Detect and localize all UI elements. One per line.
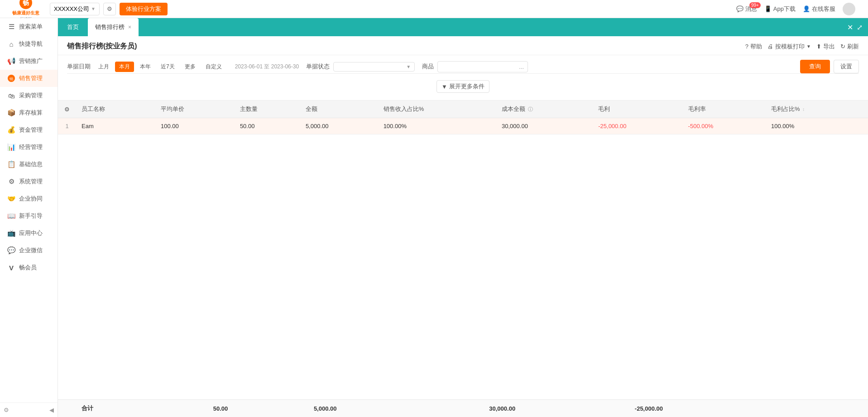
col-gross-ratio: 毛利占比% ↕ bbox=[766, 101, 868, 118]
service-icon: 👤 bbox=[803, 5, 810, 12]
sidebar-item-inventory[interactable]: 📦 库存核算 bbox=[0, 104, 58, 121]
sidebar-item-operations[interactable]: 📊 经营管理 bbox=[0, 139, 58, 156]
query-button[interactable]: 查询 bbox=[800, 60, 830, 73]
company-dropdown-icon: ▼ bbox=[91, 6, 96, 11]
tab-bar: 首页 销售排行榜 × ✕ ⤢ bbox=[58, 18, 868, 36]
date-tab-last-month[interactable]: 上月 bbox=[94, 62, 113, 72]
tab-home[interactable]: 首页 bbox=[58, 18, 88, 36]
window-close-button[interactable]: ✕ bbox=[847, 23, 853, 32]
col-sales-ratio: 销售收入占比% bbox=[378, 101, 496, 118]
sidebar-item-label: 资金管理 bbox=[19, 126, 43, 134]
app-download-label: App下载 bbox=[773, 5, 796, 13]
purchase-icon: 🛍 bbox=[7, 91, 15, 100]
expand-more-button[interactable]: ▼ 展开更多条件 bbox=[436, 80, 489, 93]
goods-label: 商品 bbox=[422, 62, 434, 71]
sidebar-item-purchase[interactable]: 🛍 采购管理 bbox=[0, 87, 58, 104]
footer-row: 合计 50.00 5,000.00 30,000.00 -25,000.00 bbox=[58, 400, 868, 417]
gross-ratio-sort-icon[interactable]: ↕ bbox=[802, 107, 805, 112]
sidebar-item-basic-info[interactable]: 📋 基础信息 bbox=[0, 156, 58, 173]
row-gross-ratio: 100.00% bbox=[766, 118, 868, 134]
wechat-icon: 💬 bbox=[7, 246, 15, 254]
sidebar-item-search[interactable]: ☰ 搜索菜单 bbox=[0, 18, 58, 35]
col-avg-price: 平均单价 bbox=[155, 101, 235, 118]
status-filter: 单据状态 ▼ bbox=[306, 62, 415, 72]
sidebar-item-finance[interactable]: 💰 资金管理 bbox=[0, 121, 58, 139]
row-gross-rate: -500.00% bbox=[683, 118, 766, 134]
sidebar-item-cooperation[interactable]: 🤝 企业协同 bbox=[0, 190, 58, 207]
footer-total: 5,000.00 bbox=[308, 400, 441, 417]
sidebar-item-label: 经营管理 bbox=[19, 143, 43, 151]
col-gross-rate: 毛利率 bbox=[683, 101, 766, 118]
sales-rank-table: ⚙ 员工名称 平均单价 主数量 全额 销售收入占比% 成本全额 ⓘ bbox=[58, 101, 868, 134]
date-tab-more[interactable]: 更多 bbox=[181, 62, 200, 72]
tab-close-icon[interactable]: × bbox=[128, 24, 131, 30]
help-button[interactable]: ? 帮助 bbox=[745, 43, 762, 51]
online-service-button[interactable]: 👤 在线客服 bbox=[803, 5, 835, 13]
settings-button[interactable]: ⚙ bbox=[103, 3, 116, 15]
print-dropdown-icon: ▼ bbox=[806, 44, 811, 49]
refresh-button[interactable]: ↻ 刷新 bbox=[840, 43, 859, 51]
finance-icon: 💰 bbox=[7, 126, 15, 134]
print-icon: 🖨 bbox=[767, 43, 773, 50]
sidebar-item-app-center[interactable]: 📺 应用中心 bbox=[0, 225, 58, 242]
export-button[interactable]: ⬆ 导出 bbox=[816, 43, 835, 51]
col-settings: ⚙ bbox=[58, 101, 76, 118]
sales-icon: 销 bbox=[7, 74, 15, 82]
col-cost: 成本全额 ⓘ bbox=[496, 101, 593, 118]
sidebar-item-member[interactable]: V 畅会员 bbox=[0, 259, 58, 276]
guide-icon: 📖 bbox=[7, 212, 15, 220]
online-service-label: 在线客服 bbox=[812, 5, 835, 13]
sidebar-item-label: 销售管理 bbox=[19, 74, 43, 82]
filter-settings-button[interactable]: 设置 bbox=[834, 60, 859, 73]
window-maximize-button[interactable]: ⤢ bbox=[857, 23, 863, 32]
date-label: 单据日期 bbox=[67, 62, 91, 71]
sidebar-item-guide[interactable]: 📖 新手引导 bbox=[0, 207, 58, 225]
sidebar-item-label: 应用中心 bbox=[19, 229, 43, 237]
status-select[interactable]: ▼ bbox=[333, 62, 415, 72]
sidebar-footer: ⚙ ◀ bbox=[0, 403, 58, 417]
sidebar-item-sales[interactable]: 销 销售管理 bbox=[0, 70, 58, 87]
sidebar-settings-icon[interactable]: ⚙ bbox=[4, 407, 9, 413]
footer-gross: -25,000.00 bbox=[629, 400, 783, 417]
sidebar-item-wechat[interactable]: 💬 企业微信 bbox=[0, 242, 58, 259]
col-gross: 毛利 bbox=[593, 101, 682, 118]
col-main-qty: 主数量 bbox=[235, 101, 300, 118]
sidebar-item-system[interactable]: ⚙ 系统管理 bbox=[0, 173, 58, 190]
operations-icon: 📊 bbox=[7, 143, 15, 151]
goods-select[interactable]: ... bbox=[437, 61, 528, 72]
trial-button[interactable]: 体验行业方案 bbox=[120, 3, 168, 15]
date-tabs: 上月 本月 本年 近7天 更多 自定义 bbox=[94, 62, 226, 72]
table-settings-icon[interactable]: ⚙ bbox=[64, 106, 70, 113]
status-label: 单据状态 bbox=[306, 62, 330, 71]
tab-sales-rank[interactable]: 销售排行榜 × bbox=[88, 18, 139, 36]
sidebar-item-label: 快捷导航 bbox=[19, 40, 43, 48]
row-employee-name: Eam bbox=[76, 118, 155, 134]
sidebar-item-label: 采购管理 bbox=[19, 91, 43, 100]
col-name: 员工名称 bbox=[76, 101, 155, 118]
date-tab-custom[interactable]: 自定义 bbox=[201, 62, 226, 72]
cost-info-icon[interactable]: ⓘ bbox=[528, 106, 533, 112]
goods-filter: 商品 ... bbox=[422, 61, 528, 72]
status-dropdown-icon: ▼ bbox=[406, 64, 411, 69]
sidebar-item-quick-nav[interactable]: ⌂ 快捷导航 bbox=[0, 35, 58, 53]
search-menu-icon: ☰ bbox=[7, 23, 15, 31]
print-button[interactable]: 🖨 按模板打印 ▼ bbox=[767, 43, 811, 51]
row-index: 1 bbox=[58, 118, 76, 134]
date-tab-7days[interactable]: 近7天 bbox=[157, 62, 179, 72]
date-tab-this-year[interactable]: 本年 bbox=[136, 62, 155, 72]
company-selector[interactable]: XXXXXX公司 ▼ bbox=[50, 3, 100, 15]
sidebar-collapse-icon[interactable]: ◀ bbox=[49, 407, 54, 413]
page-header: 销售排行榜(按业务员) ? 帮助 🖨 按模板打印 ▼ ⬆ bbox=[58, 36, 868, 55]
table-header-row: ⚙ 员工名称 平均单价 主数量 全额 销售收入占比% 成本全额 ⓘ bbox=[58, 101, 868, 118]
sidebar-item-marketing[interactable]: 📢 营销推广 bbox=[0, 53, 58, 70]
table-row: 1 Eam 100.00 50.00 5,000.00 100.00% 30,0… bbox=[58, 118, 868, 134]
app-download-button[interactable]: 📱 App下载 bbox=[764, 5, 796, 13]
home-icon: ⌂ bbox=[7, 40, 15, 48]
svg-text:畅: 畅 bbox=[23, 0, 29, 6]
message-icon: 💬 bbox=[736, 5, 743, 12]
sidebar-item-label: 系统管理 bbox=[19, 177, 43, 186]
message-button[interactable]: 💬 消息 99+ bbox=[736, 5, 757, 13]
avatar[interactable] bbox=[843, 3, 855, 15]
refresh-label: 刷新 bbox=[847, 43, 859, 51]
date-tab-this-month[interactable]: 本月 bbox=[115, 62, 134, 72]
